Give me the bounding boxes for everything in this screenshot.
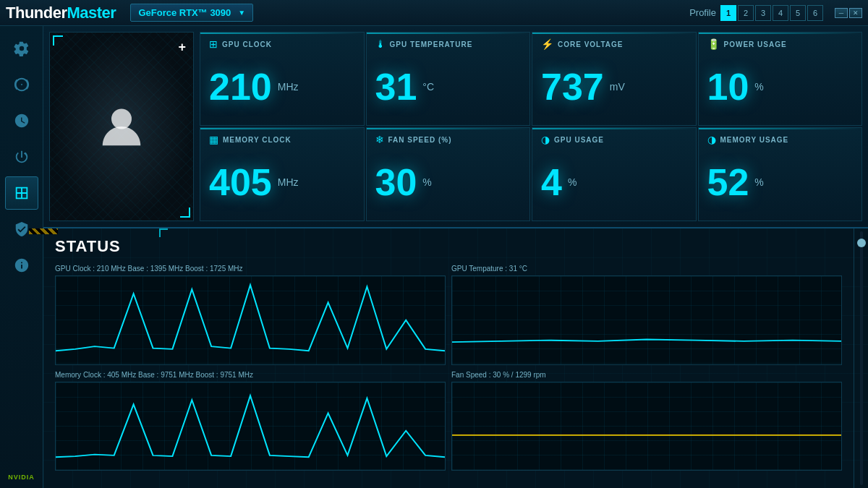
sidebar-item-fan[interactable] (5, 68, 38, 101)
corner-accent-tl (159, 228, 168, 237)
fan-speed-chart-svg (452, 382, 841, 471)
core-voltage-value-row: 737 mV (541, 54, 687, 119)
stat-header-memory-clock: ▦ MEMORY CLOCK (209, 134, 355, 145)
memory-clock-icon: ▦ (209, 134, 218, 145)
memory-clock-chart-svg (56, 382, 445, 471)
fan-speed-chart-label: Fan Speed : 30 % / 1299 rpm (451, 371, 842, 379)
stat-card-gpu-clock: ⊞ GPU CLOCK 210 MHz (200, 32, 365, 126)
gpu-clock-value: 210 (209, 68, 272, 106)
corner-br (180, 207, 190, 218)
window-controls: ─ ✕ (835, 8, 862, 18)
stat-header-gpu-usage: ◑ GPU USAGE (541, 134, 687, 145)
top-section: + ⊞ GPU CLOCK 210 (43, 26, 868, 228)
gpu-image-area: + (49, 32, 194, 221)
gpu-temp-value-row: 31 °C (375, 54, 522, 119)
sidebar-item-settings[interactable] (5, 32, 38, 65)
stat-header-gpu-clock: ⊞ GPU CLOCK (209, 38, 355, 50)
right-scrollbar[interactable] (854, 228, 868, 488)
status-icon (14, 185, 30, 201)
profile-label: Profile (689, 7, 716, 18)
gpu-usage-value-row: 4 % (541, 150, 687, 215)
stat-header-fan-speed: ❄ FAN SPEED (%) (375, 134, 522, 145)
memory-usage-unit: % (754, 176, 763, 188)
gpu-clock-label: GPU CLOCK (222, 40, 272, 48)
memory-usage-value: 52 (707, 163, 749, 201)
title-bar: ThunderMaster GeForce RTX™ 3090 ▼ Profil… (0, 0, 868, 26)
bottom-section: STATUS GPU Clock : 210 MHz Base : 1395 M… (43, 228, 868, 488)
gpu-selector[interactable]: GeForce RTX™ 3090 ▼ (130, 4, 253, 22)
corner-tl (53, 35, 63, 46)
gpu-usage-value: 4 (541, 163, 562, 201)
scroll-stripe (29, 228, 58, 234)
stat-card-power-usage: 🔋 POWER USAGE 10 % (698, 32, 863, 126)
gpu-clock-chart-box (55, 275, 446, 365)
profile-tab-4[interactable]: 4 (773, 5, 788, 21)
memory-clock-label: MEMORY CLOCK (223, 136, 292, 144)
fan-speed-chart-box (451, 382, 842, 471)
gpu-temp-chart-box (451, 275, 842, 365)
logo-text: ThunderMaster (6, 4, 116, 22)
status-title: STATUS (55, 237, 842, 256)
core-voltage-unit: mV (610, 81, 625, 93)
profile-tab-2[interactable]: 2 (738, 5, 754, 21)
settings-icon (14, 40, 30, 56)
profile-tab-1[interactable]: 1 (720, 5, 736, 21)
package-icon (14, 221, 30, 237)
stat-card-memory-clock: ▦ MEMORY CLOCK 405 MHz (200, 127, 365, 221)
fan-speed-value: 30 (375, 163, 417, 201)
gpu-usage-unit: % (568, 176, 576, 188)
power-usage-value-row: 10 % (707, 54, 854, 119)
fan-speed-chart-container: Fan Speed : 30 % / 1299 rpm (451, 371, 842, 471)
stat-header-memory-usage: ◑ MEMORY USAGE (707, 134, 854, 145)
minimize-button[interactable]: ─ (835, 8, 848, 18)
gpu-usage-label: GPU USAGE (554, 136, 604, 144)
gpu-temp-chart-label: GPU Tempature : 31 °C (451, 265, 842, 273)
sidebar-item-clock[interactable] (5, 104, 38, 137)
scroll-track[interactable] (860, 231, 863, 485)
fan-speed-label: FAN SPEED (%) (388, 136, 452, 144)
profile-tabs: 1 2 3 4 5 6 (720, 5, 823, 21)
profile-tab-6[interactable]: 6 (807, 5, 823, 21)
gpu-temp-label: GPU TEMPERATURE (390, 40, 473, 48)
scroll-thumb[interactable] (857, 239, 866, 247)
gpu-temp-icon: 🌡 (375, 38, 386, 50)
power-usage-value: 10 (707, 68, 749, 106)
profile-tab-5[interactable]: 5 (790, 5, 806, 21)
sidebar-item-power[interactable] (5, 140, 38, 174)
profile-section: Profile 1 2 3 4 5 6 (689, 5, 823, 21)
power-usage-icon: 🔋 (707, 38, 720, 50)
fan-icon (14, 77, 30, 93)
memory-clock-chart-container: Memory Clock : 405 MHz Base : 9751 MHz B… (55, 371, 446, 471)
stats-grid: ⊞ GPU CLOCK 210 MHz 🌡 GPU TEMPERATURE (200, 26, 868, 227)
nvidia-logo: NVIDIA (8, 474, 35, 481)
gpu-clock-chart-label: GPU Clock : 210 MHz Base : 1395 MHz Boos… (55, 265, 446, 273)
gpu-usage-icon: ◑ (541, 134, 550, 145)
svg-point-0 (111, 109, 132, 129)
main-layout: NVIDIA + (0, 26, 868, 488)
profile-tab-3[interactable]: 3 (755, 5, 771, 21)
clock-icon (14, 113, 30, 129)
gpu-clock-value-row: 210 MHz (209, 54, 355, 119)
core-voltage-label: CORE VOLTAGE (558, 40, 624, 48)
charts-grid: GPU Clock : 210 MHz Base : 1395 MHz Boos… (55, 265, 842, 471)
gpu-name: GeForce RTX™ 3090 (138, 7, 231, 18)
core-voltage-value: 737 (541, 68, 604, 106)
sidebar-item-info[interactable] (5, 249, 38, 282)
stat-card-fan-speed: ❄ FAN SPEED (%) 30 % (366, 127, 531, 221)
close-button[interactable]: ✕ (849, 8, 862, 18)
memory-clock-value: 405 (209, 163, 272, 201)
sidebar-item-status[interactable] (5, 176, 38, 210)
memory-clock-chart-label: Memory Clock : 405 MHz Base : 9751 MHz B… (55, 371, 446, 379)
stat-card-core-voltage: ⚡ CORE VOLTAGE 737 mV (532, 32, 697, 126)
gpu-clock-chart-container: GPU Clock : 210 MHz Base : 1395 MHz Boos… (55, 265, 446, 365)
power-usage-label: POWER USAGE (724, 40, 787, 48)
content-area: + ⊞ GPU CLOCK 210 (43, 26, 868, 488)
memory-usage-icon: ◑ (707, 134, 716, 145)
core-voltage-icon: ⚡ (541, 38, 553, 50)
add-profile-icon[interactable]: + (178, 40, 186, 55)
memory-usage-value-row: 52 % (707, 150, 854, 215)
app-logo: ThunderMaster GeForce RTX™ 3090 ▼ (6, 4, 253, 22)
dropdown-arrow-icon: ▼ (238, 9, 245, 17)
power-icon (14, 149, 30, 165)
fan-speed-icon: ❄ (375, 134, 384, 145)
